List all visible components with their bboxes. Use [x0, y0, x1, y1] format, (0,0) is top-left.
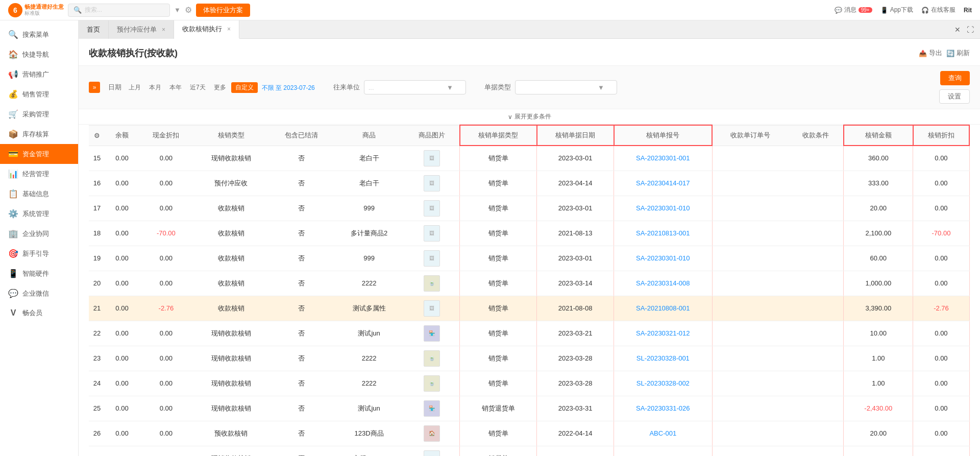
th-gear[interactable]: ⚙ — [89, 125, 105, 146]
cell-goods-image: 🖼 — [404, 146, 459, 171]
notification-area[interactable]: 💬 消息 99+ — [835, 6, 872, 14]
cell-verify-voucher-no[interactable]: SA-20210813-001 — [614, 221, 713, 246]
tab-receipt-verify[interactable]: 收款核销执行 × — [174, 20, 239, 39]
table-row: 150.000.00现销收款核销否老白干🖼销货单2023-03-01SA-202… — [89, 146, 969, 171]
cell-verify-voucher-no[interactable]: SL-20230328-002 — [614, 371, 713, 396]
search-menu-icon: 🔍 — [8, 30, 18, 39]
voucher-no-link[interactable]: SA-20230314-008 — [636, 279, 690, 287]
basic-icon: 📋 — [8, 189, 18, 199]
page-header: 收款核销执行(按收款) 📤 导出 🔄 刷新 — [79, 39, 980, 66]
tab-close-all-icon[interactable]: ✕ — [952, 23, 963, 36]
sidebar-item-funds[interactable]: 💳 资金管理 — [0, 144, 78, 164]
cell-verify-amount: 1.00 — [844, 371, 913, 396]
cell-verify-voucher-no[interactable]: SA-20230301-010 — [614, 196, 713, 221]
cell-receipt-order-no — [712, 171, 788, 196]
table-row: 200.000.00收款核销否2222🍵销货单2023-03-14SA-2023… — [89, 271, 969, 296]
cell-balance: 0.00 — [105, 171, 139, 196]
sidebar-item-smart-hw[interactable]: 📱 智能硬件 — [0, 263, 78, 283]
sidebar-item-vip[interactable]: V 畅会员 — [0, 303, 78, 323]
voucher-type-select[interactable]: ▼ — [515, 80, 617, 94]
sidebar-item-marketing[interactable]: 📢 营销推广 — [0, 64, 78, 84]
sidebar-item-sales[interactable]: 💰 销售管理 — [0, 84, 78, 104]
cell-cash-discount: 0.00 — [139, 271, 193, 296]
sidebar-item-wechat[interactable]: 💬 企业微信 — [0, 283, 78, 303]
date-label: 日期 — [108, 83, 121, 92]
dropdown-arrow-icon[interactable]: ▼ — [174, 6, 181, 14]
table-settings-button[interactable]: 设置 — [939, 89, 970, 104]
app-download-area[interactable]: 📱 App下载 — [880, 6, 913, 14]
this-year-btn[interactable]: 本年 — [166, 82, 185, 93]
cell-verify-voucher-no[interactable]: SA-20230321-012 — [614, 321, 713, 346]
filter-expand-button[interactable]: » — [89, 82, 100, 93]
voucher-no-link[interactable]: SA-20210813-001 — [636, 229, 690, 237]
tab-fullscreen-icon[interactable]: ⛶ — [965, 23, 976, 36]
cell-verify-type: 现销收款核销 — [193, 396, 269, 421]
select-arrow-icon: ▼ — [447, 84, 453, 91]
cell-include-settled: 否 — [269, 396, 334, 421]
online-service-area[interactable]: 🎧 在线客服 — [921, 6, 955, 14]
tab-prepay-close[interactable]: × — [162, 26, 165, 33]
cell-receipt-order-no — [712, 271, 788, 296]
sidebar-item-purchase[interactable]: 🛒 采购管理 — [0, 104, 78, 124]
voucher-no-link[interactable]: SA-20230301-010 — [636, 254, 690, 262]
cell-verify-voucher-type: 销货单 — [460, 171, 537, 196]
cell-verify-voucher-no[interactable]: SA-20230301-001 — [614, 146, 713, 171]
last-month-btn[interactable]: 上月 — [126, 82, 144, 93]
settings-icon[interactable]: ⚙ — [185, 5, 192, 15]
table-row: 220.000.00现销收款核销否测试jun🏪销货单2023-03-21SA-2… — [89, 321, 969, 346]
table-row: 160.000.00预付冲应收否老白干🖼销货单2023-04-14SA-2023… — [89, 171, 969, 196]
voucher-no-link[interactable]: SA-20230331-026 — [636, 404, 690, 412]
cell-verify-voucher-type: 销货单 — [460, 321, 537, 346]
cell-verify-voucher-no[interactable]: SA-20210808-001 — [614, 296, 713, 321]
voucher-no-link[interactable]: ABC-001 — [649, 429, 676, 437]
cell-include-settled: 否 — [269, 446, 334, 456]
last-7days-btn[interactable]: 近7天 — [187, 82, 209, 93]
cell-include-settled: 否 — [269, 171, 334, 196]
sidebar-item-basic[interactable]: 📋 基础信息 — [0, 184, 78, 204]
cell-verify-voucher-no[interactable]: SA-20230301-010 — [614, 246, 713, 271]
sidebar-item-search-menu[interactable]: 🔍 搜索菜单 — [0, 25, 78, 44]
search-box[interactable]: 🔍 搜索... — [68, 4, 170, 17]
voucher-no-link[interactable]: SA-20230414-017 — [636, 179, 690, 187]
voucher-no-link[interactable]: SL-20230328-002 — [636, 379, 690, 387]
cell-goods: 老白干 — [334, 171, 405, 196]
th-verify-voucher-type: 核销单据类型 — [460, 125, 537, 146]
from-unit-select[interactable]: ... ▼ — [364, 80, 466, 94]
voucher-no-link[interactable]: SA-20210808-001 — [636, 304, 690, 312]
custom-date-btn[interactable]: 自定义 — [231, 82, 258, 93]
cell-verify-voucher-no[interactable]: SA-20230331-026 — [614, 396, 713, 421]
cell-verify-voucher-type: 销货单 — [460, 296, 537, 321]
sidebar-item-sys[interactable]: ⚙️ 系统管理 — [0, 204, 78, 224]
cell-verify-amount: 1.00 — [844, 346, 913, 371]
cell-verify-voucher-no[interactable]: SA-20230314-008 — [614, 271, 713, 296]
this-month-btn[interactable]: 本月 — [146, 82, 164, 93]
solution-button[interactable]: 体验行业方案 — [196, 4, 250, 17]
cell-verify-voucher-no[interactable]: SL-20230408-001 — [614, 446, 713, 456]
refresh-button[interactable]: 🔄 刷新 — [946, 49, 970, 58]
voucher-no-link[interactable]: SA-20230301-010 — [636, 204, 690, 212]
voucher-no-link[interactable]: SL-20230328-001 — [636, 354, 690, 362]
cell-verify-voucher-date: 2021-08-13 — [537, 221, 614, 246]
sidebar-item-enterprise[interactable]: 🏢 企业协同 — [0, 224, 78, 244]
cell-verify-voucher-no[interactable]: ABC-001 — [614, 421, 713, 446]
sidebar-item-quick-nav[interactable]: 🏠 快捷导航 — [0, 44, 78, 64]
more-date-btn[interactable]: 更多 — [211, 82, 229, 93]
cell-include-settled: 否 — [269, 146, 334, 171]
sidebar-item-inventory[interactable]: 📦 库存核算 — [0, 124, 78, 144]
voucher-no-link[interactable]: SA-20230321-012 — [636, 329, 690, 337]
export-button[interactable]: 📤 导出 — [919, 49, 942, 58]
sidebar-item-beginner[interactable]: 🎯 新手引导 — [0, 244, 78, 263]
sidebar-item-biz[interactable]: 📊 经营管理 — [0, 164, 78, 184]
date-filter-group: 日期 上月 本月 本年 近7天 更多 自定义 不限 至 2023-07-26 — [108, 82, 315, 93]
user-area[interactable]: Rit — [964, 7, 972, 14]
cell-verify-amount: 20.00 — [844, 421, 913, 446]
tab-receipt-verify-close[interactable]: × — [227, 26, 231, 33]
expand-more-button[interactable]: ∨ 展开更多条件 — [508, 112, 551, 121]
cell-verify-voucher-no[interactable]: SL-20230328-001 — [614, 346, 713, 371]
tab-home[interactable]: 首页 — [79, 20, 109, 39]
search-button[interactable]: 查询 — [940, 71, 970, 85]
cell-verify-voucher-no[interactable]: SA-20230414-017 — [614, 171, 713, 196]
cell-receipt-order-no — [712, 346, 788, 371]
tab-prepay[interactable]: 预付冲应付单 × — [109, 20, 174, 39]
voucher-no-link[interactable]: SA-20230301-001 — [636, 154, 690, 162]
